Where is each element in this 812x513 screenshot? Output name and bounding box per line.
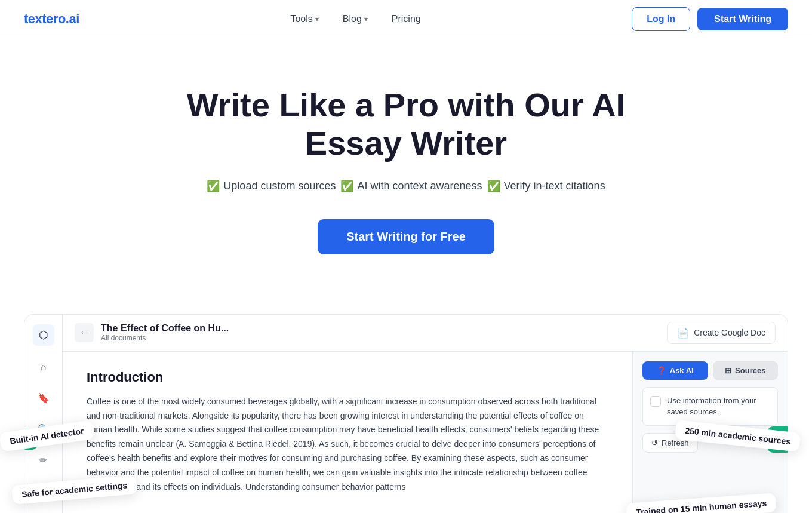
use-info-checkbox[interactable] (650, 396, 661, 407)
nav-pricing-label: Pricing (392, 14, 421, 24)
sidebar-home-icon[interactable]: ⌂ (34, 358, 53, 377)
check-icon-1: ✅ (207, 180, 220, 193)
google-doc-label: Create Google Doc (694, 328, 765, 337)
sources-tab-icon: ⊞ (725, 366, 731, 375)
refresh-icon: ↺ (651, 438, 658, 447)
logo-text: textero.ai (24, 11, 79, 27)
sidebar-logo[interactable]: ⬡ (33, 324, 54, 346)
tools-chevron-icon: ▾ (315, 15, 319, 23)
nav-blog-label: Blog (343, 14, 362, 24)
doc-title: The Effect of Coffee on Hu... (101, 323, 229, 334)
feature-context: ✅ AI with context awareness (340, 180, 482, 193)
feature1-text: Upload custom sources (223, 180, 336, 192)
header-right-area: 📄 Create Google Doc (667, 322, 776, 344)
app-logo-icon: ⬡ (39, 328, 48, 342)
back-arrow-icon: ← (79, 327, 89, 338)
doc-content-area: Introduction Coffee is one of the most w… (63, 352, 632, 513)
ai-tab-icon: ❓ (657, 366, 666, 375)
app-preview-section: ✓ ⬡ ⌂ 🔖 🔍 ✏ (0, 314, 812, 513)
sidebar-edit-icon[interactable]: ✏ (34, 451, 53, 470)
use-info-option: Use information from your saved sources. (642, 387, 778, 426)
nav-tools[interactable]: Tools ▾ (281, 9, 328, 29)
logo[interactable]: textero.ai (24, 11, 79, 27)
nav-right: Log In Start Writing (632, 7, 788, 31)
edit-icon: ✏ (39, 454, 47, 466)
app-main-area: ← The Effect of Coffee on Hu... All docu… (63, 315, 788, 513)
home-icon: ⌂ (41, 362, 47, 373)
nav-center: Tools ▾ Blog ▾ Pricing (281, 9, 430, 29)
navbar: textero.ai Tools ▾ Blog ▾ Pricing Log In… (0, 0, 812, 38)
start-writing-nav-button[interactable]: Start Writing (697, 8, 788, 30)
preview-container: ✓ ⬡ ⌂ 🔖 🔍 ✏ (24, 314, 788, 513)
logo-name-part2: .ai (66, 11, 79, 26)
google-doc-icon: 📄 (677, 327, 689, 339)
back-button[interactable]: ← (75, 323, 94, 342)
sources-label: Sources (735, 366, 765, 375)
sidebar-bookmark-icon[interactable]: 🔖 (34, 389, 53, 408)
app-header: ← The Effect of Coffee on Hu... All docu… (63, 315, 788, 352)
feature-upload: ✅ Upload custom sources (207, 180, 336, 193)
doc-breadcrumb: All documents (101, 334, 229, 342)
doc-heading: Introduction (87, 370, 608, 385)
feature2-text: AI with context awareness (357, 180, 482, 192)
ask-ai-tab[interactable]: ❓ Ask AI (642, 361, 708, 380)
feature3-text: Verify in-text citations (504, 180, 605, 192)
hero-section: Write Like a Pro with Our AI Essay Write… (0, 38, 812, 314)
use-info-text: Use information from your saved sources. (667, 395, 770, 418)
doc-body-text: Coffee is one of the most widely consume… (87, 395, 608, 494)
blog-chevron-icon: ▾ (364, 15, 368, 23)
nav-blog[interactable]: Blog ▾ (333, 9, 377, 29)
bookmark-icon: 🔖 (38, 392, 50, 404)
nav-tools-label: Tools (290, 14, 312, 24)
create-google-doc-button[interactable]: 📄 Create Google Doc (667, 322, 776, 344)
hero-title: Write Like a Pro with Our AI Essay Write… (137, 86, 675, 163)
panel-tabs: ❓ Ask AI ⊞ Sources (642, 361, 778, 380)
nav-pricing[interactable]: Pricing (382, 9, 430, 29)
check-icon-2: ✅ (340, 180, 353, 193)
doc-title-area: The Effect of Coffee on Hu... All docume… (101, 323, 229, 342)
doc-navigation: ← The Effect of Coffee on Hu... All docu… (75, 323, 229, 342)
hero-features: ✅ Upload custom sources ✅ AI with contex… (207, 180, 605, 193)
check-icon-3: ✅ (487, 180, 500, 193)
feature-citations: ✅ Verify in-text citations (487, 180, 605, 193)
ask-ai-label: Ask AI (670, 366, 694, 375)
start-writing-hero-button[interactable]: Start Writing for Free (318, 219, 494, 254)
login-button[interactable]: Log In (632, 7, 690, 31)
logo-name-part1: textero (24, 11, 66, 26)
sources-tab[interactable]: ⊞ Sources (713, 361, 779, 380)
